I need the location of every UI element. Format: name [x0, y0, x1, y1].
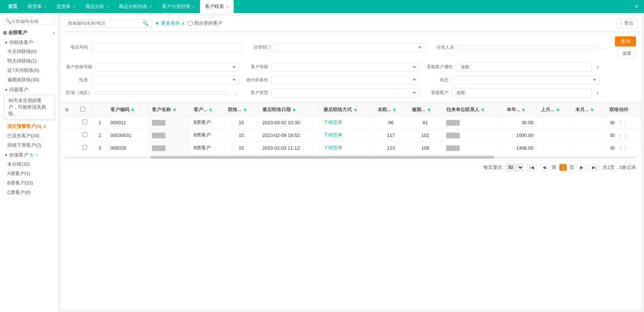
row-contact-action[interactable]: ☎ ⋮⋮ — [606, 142, 641, 154]
filter-region-dots[interactable]: … — [234, 90, 239, 96]
filter-scatter-customer-wrap[interactable]: 全部 — [451, 88, 592, 98]
query-button[interactable]: 查询 — [615, 36, 636, 46]
col-uncontacted[interactable]: 未联... ⇅ — [374, 104, 408, 116]
filter-region-input[interactable] — [95, 91, 230, 95]
sidebar-search-box[interactable]: 🔍 — [3, 17, 55, 25]
filter-dept-select[interactable] — [274, 43, 424, 52]
close-tab-sales[interactable]: × — [44, 4, 46, 9]
col-settings[interactable]: ⚙ — [61, 104, 77, 116]
next-page-button[interactable]: ▶ — [577, 164, 586, 171]
action-phone-icon[interactable]: ☎ — [609, 145, 615, 151]
col-last-contact-method[interactable]: 最后联络方式 ⇅ — [320, 104, 374, 116]
gear-icon[interactable]: ⚙ — [65, 107, 69, 113]
refresh-value-icon[interactable]: ↻ — [30, 153, 34, 158]
first-page-button[interactable]: |◀ — [527, 164, 537, 171]
settings-button[interactable]: 设置 — [618, 49, 636, 58]
col-checkbox[interactable] — [77, 104, 93, 116]
prev-page-button[interactable]: ◀ — [540, 164, 549, 171]
filter-phone-input[interactable] — [91, 43, 242, 52]
filter-payment-select[interactable] — [271, 76, 419, 84]
toolbar-search-input[interactable] — [68, 21, 143, 26]
filter-manager-input[interactable] — [457, 46, 598, 49]
row-checkbox[interactable] — [82, 132, 87, 137]
action-more-icon[interactable]: ⋮⋮ — [618, 145, 628, 151]
toolbar-search-icon[interactable]: 🔍 — [143, 21, 149, 26]
col-customer-type[interactable]: 客户... ⇅ — [190, 104, 224, 116]
row-last-method-link[interactable]: 下销货单 — [323, 119, 342, 125]
col-customer-code[interactable]: 客户编码 ⇅ — [106, 104, 148, 116]
sidebar-search-input[interactable] — [11, 19, 52, 24]
select-all-checkbox[interactable] — [80, 107, 85, 112]
sidebar-item-7day-pending[interactable]: 近7天待联络(0) — [0, 66, 58, 75]
col-customer-name[interactable]: 客户名称 ⇅ — [148, 104, 190, 116]
row-last-method[interactable]: 下销货单 — [320, 129, 374, 142]
close-all-button[interactable]: × — [632, 3, 641, 10]
tab-goods-analysis[interactable]: 商品分析 × — [80, 0, 114, 13]
close-tab-purchase[interactable]: × — [73, 4, 75, 9]
tab-customer-layer[interactable]: 客户分层经营 × — [157, 0, 200, 13]
sidebar-item-class-a[interactable]: A类客户(1) — [0, 169, 58, 178]
row-contact-action[interactable]: ☎ ⋮⋮ — [606, 129, 641, 142]
row-last-method[interactable]: 下销货单 — [320, 116, 374, 129]
col-contact[interactable]: 联络... ⇅ — [224, 104, 258, 116]
col-unit-contacts[interactable]: 往来单位联系人 ⇅ — [442, 104, 503, 116]
row-last-method-link[interactable]: 下销货单 — [323, 145, 342, 150]
row-last-method[interactable]: 下销货单 — [320, 142, 374, 154]
sidebar-item-class-c[interactable]: C类客户(6) — [0, 188, 58, 197]
last-page-button[interactable]: ▶| — [589, 164, 599, 171]
filter-status-select[interactable] — [451, 76, 600, 84]
tab-customer-contact[interactable]: 客户联系 × — [200, 0, 233, 13]
toolbar-search-box[interactable]: 🔍 — [65, 19, 152, 28]
col-overdue[interactable]: 逾期... ⇅ — [408, 104, 442, 116]
sidebar-item-today-pending[interactable]: 今天待联络(0) — [0, 47, 58, 56]
filter-manager-dots[interactable]: … — [603, 45, 608, 50]
scrollbar-track[interactable] — [65, 156, 637, 159]
per-page-select[interactable]: 50 100 — [505, 163, 524, 171]
row-last-method-link[interactable]: 下销货单 — [323, 132, 342, 138]
sidebar-group-pending[interactable]: ▼ 待联络客户 — [0, 37, 58, 47]
scrollbar-thumb[interactable] — [150, 156, 494, 159]
sidebar-item-churned[interactable]: 已流失客户(24) — [0, 131, 58, 141]
close-tab-goods-analysis-list[interactable]: × — [149, 4, 152, 9]
my-customers-checkbox[interactable] — [188, 21, 193, 26]
col-this-year[interactable]: 本年... ⇅ — [503, 104, 537, 116]
close-tab-customer-layer[interactable]: × — [193, 4, 195, 9]
sidebar-item-tomorrow-pending[interactable]: 明天待联络(1) — [0, 56, 58, 66]
filter-scatter-attr-wrap[interactable]: 全部 — [456, 62, 592, 72]
row-checkbox[interactable] — [82, 145, 87, 150]
edit-value-icon[interactable]: ✎ — [35, 153, 39, 158]
col-this-month[interactable]: 本月... ⇅ — [571, 104, 605, 116]
close-tab-customer-contact[interactable]: × — [226, 4, 228, 9]
filter-price-level-select[interactable] — [95, 63, 239, 72]
filter-customer-type-select[interactable] — [271, 89, 419, 97]
row-contact-action[interactable]: ☎ ⋮⋮ — [606, 116, 641, 129]
filter-nature-select[interactable] — [91, 76, 239, 84]
sidebar-group-value[interactable]: ▼ 价值客户 ↻ ✎ — [0, 150, 58, 159]
row-checkbox[interactable] — [82, 119, 87, 124]
action-phone-icon[interactable]: ☎ — [609, 133, 615, 138]
my-customers-checkbox-wrap[interactable]: 我分管的客户 — [188, 20, 222, 27]
horizontal-scrollbar[interactable] — [61, 154, 641, 160]
action-phone-icon[interactable]: ☎ — [609, 120, 615, 125]
sidebar-item-declining[interactable]: 持续下滑客户(2) — [0, 141, 58, 150]
filter-customer-level-select[interactable] — [271, 63, 419, 72]
action-more-icon[interactable]: ⋮⋮ — [618, 133, 628, 138]
export-button[interactable]: ↑ 导出 — [616, 18, 638, 28]
sidebar-item-churn-warning[interactable]: 流失预警客户(3) ⚠ — [0, 122, 58, 131]
col-last-contact-date[interactable]: 最后联络日期 ⇅ — [258, 104, 319, 116]
row-checkbox-cell[interactable] — [77, 129, 93, 142]
tab-purchase[interactable]: 进货单 × — [51, 0, 80, 13]
action-more-icon[interactable]: ⋮⋮ — [618, 120, 628, 125]
tab-sales[interactable]: 销货单 × — [23, 0, 51, 13]
tab-home[interactable]: 首页 — [3, 0, 23, 13]
sidebar-all-customers[interactable]: ⊞ 全部客户 « — [0, 28, 58, 37]
sidebar-item-class-b[interactable]: B类客户(33) — [0, 178, 58, 188]
row-checkbox-cell[interactable] — [77, 116, 93, 129]
sidebar-item-overdue-pending[interactable]: 逾期未联络(30) — [0, 75, 58, 85]
sidebar-group-problem[interactable]: ▼ 问题客户 — [0, 85, 58, 94]
sidebar-item-ungrouped[interactable]: 未分组(32) — [0, 159, 58, 169]
close-tab-goods-analysis[interactable]: × — [106, 4, 109, 9]
filter-more-button[interactable]: ▼ 更多条件 ∧ — [155, 20, 185, 27]
collapse-sidebar-icon[interactable]: « — [53, 31, 55, 35]
row-checkbox-cell[interactable] — [77, 142, 93, 154]
